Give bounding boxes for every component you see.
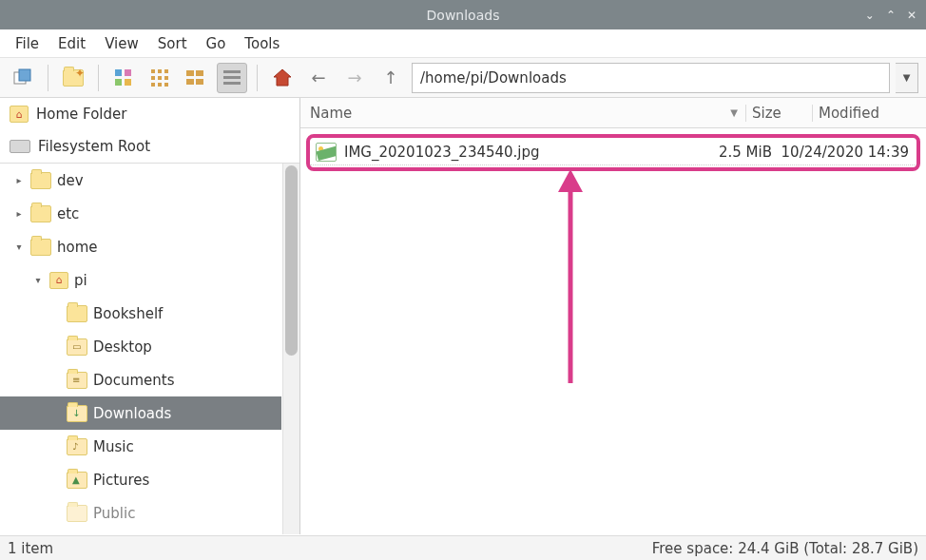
view-compact-button[interactable] [145, 63, 175, 93]
svg-rect-10 [158, 76, 162, 80]
tree-node-documents[interactable]: ≡ Documents [0, 363, 281, 396]
details-view-icon [221, 67, 243, 89]
home-folder-icon: ⌂ [49, 272, 68, 289]
menu-sort[interactable]: Sort [150, 31, 195, 56]
desktop-folder-icon: ▭ [67, 338, 87, 356]
window-title: Downloads [427, 8, 500, 23]
menu-go[interactable]: Go [199, 31, 234, 56]
column-label: Size [752, 105, 781, 122]
music-folder-icon: ♪ [67, 438, 87, 455]
svg-rect-21 [223, 82, 241, 85]
drive-icon [10, 140, 30, 153]
tree-node-downloads[interactable]: ↓ Downloads [0, 396, 281, 430]
go-home-button[interactable] [267, 63, 298, 93]
expander-icon[interactable]: ▾ [32, 275, 44, 285]
svg-rect-18 [196, 79, 203, 85]
expander-icon[interactable]: ▾ [13, 241, 25, 252]
svg-rect-14 [164, 83, 168, 87]
file-name: IMG_20201023_234540.jpg [344, 144, 540, 161]
nav-back-button[interactable]: ← [303, 63, 334, 93]
view-icons-button[interactable] [108, 63, 139, 93]
svg-rect-17 [186, 79, 194, 85]
column-label: Modified [819, 105, 879, 122]
tree-node-public[interactable]: Public [0, 496, 281, 530]
tree-node-bookshelf[interactable]: Bookshelf [0, 297, 281, 330]
column-name[interactable]: Name ▼ [300, 105, 745, 122]
tree-label: Documents [93, 372, 175, 389]
expander-icon[interactable]: ▸ [13, 175, 25, 185]
svg-rect-3 [125, 69, 131, 76]
content-area: ⌂ Home Folder Filesystem Root ▸ dev ▸ et… [0, 98, 926, 534]
minimize-button[interactable]: ⌄ [865, 9, 875, 22]
view-details-button[interactable] [217, 63, 247, 93]
place-home-folder[interactable]: ⌂ Home Folder [0, 98, 299, 130]
file-size: 2.5 MiB [717, 144, 778, 161]
public-folder-icon [67, 505, 87, 522]
menu-edit[interactable]: Edit [50, 31, 93, 56]
maximize-button[interactable]: ⌃ [886, 9, 896, 22]
menu-file[interactable]: File [8, 31, 47, 56]
places-pane: ⌂ Home Folder Filesystem Root [0, 98, 299, 164]
tree-node-dev[interactable]: ▸ dev [0, 164, 281, 197]
nav-forward-button[interactable]: → [339, 63, 370, 93]
menu-tools[interactable]: Tools [237, 31, 287, 56]
tree-label: etc [57, 205, 79, 222]
sidebar: ⌂ Home Folder Filesystem Root ▸ dev ▸ et… [0, 98, 300, 534]
separator [257, 65, 258, 91]
svg-rect-16 [196, 70, 203, 76]
expander-icon[interactable]: ▸ [13, 208, 25, 219]
column-modified[interactable]: Modified [812, 105, 926, 122]
tree-label: dev [57, 172, 84, 189]
folder-icon [30, 239, 51, 256]
icons-view-icon [112, 67, 135, 89]
home-folder-icon: ⌂ [10, 106, 29, 123]
tree-scrollbar[interactable] [282, 164, 299, 534]
folder-icon: ✦ [63, 69, 84, 87]
svg-rect-2 [115, 69, 122, 76]
separator [98, 65, 99, 91]
file-row[interactable]: IMG_20201023_234540.jpg 2.5 MiB 10/24/20… [310, 140, 916, 165]
address-history-dropdown[interactable]: ▼ [896, 63, 918, 93]
svg-rect-19 [223, 70, 241, 73]
svg-rect-4 [115, 79, 122, 86]
view-thumbnails-button[interactable] [181, 63, 211, 93]
nav-up-button[interactable]: ↑ [376, 63, 406, 93]
close-button[interactable]: ✕ [907, 9, 916, 22]
svg-rect-1 [19, 69, 30, 81]
scrollbar-thumb[interactable] [285, 165, 298, 356]
tree-node-desktop[interactable]: ▭ Desktop [0, 330, 281, 363]
arrow-up-icon: ↑ [383, 68, 397, 87]
menu-view[interactable]: View [97, 31, 146, 56]
svg-rect-15 [186, 70, 194, 76]
menubar: File Edit View Sort Go Tools [0, 29, 926, 58]
place-label: Filesystem Root [38, 138, 150, 155]
svg-rect-20 [223, 76, 241, 79]
statusbar: 1 item Free space: 24.4 GiB (Total: 28.7… [0, 535, 926, 560]
tree-label: Music [93, 438, 134, 455]
arrow-right-icon: → [347, 68, 361, 87]
tree-node-pictures[interactable]: ▲ Pictures [0, 463, 281, 496]
svg-rect-7 [158, 69, 162, 73]
tree-node-home[interactable]: ▾ home [0, 230, 281, 263]
tree-node-etc[interactable]: ▸ etc [0, 197, 281, 230]
new-folder-button[interactable]: ✦ [58, 63, 88, 93]
arrow-left-icon: ← [311, 68, 325, 87]
tree-label: Pictures [93, 472, 149, 489]
tree-node-music[interactable]: ♪ Music [0, 430, 281, 463]
column-label: Name [310, 105, 352, 122]
svg-rect-12 [151, 83, 155, 87]
folder-icon [67, 305, 87, 322]
new-tab-button[interactable] [8, 63, 38, 93]
annotation-highlight: IMG_20201023_234540.jpg 2.5 MiB 10/24/20… [306, 134, 920, 171]
tree-node-pi[interactable]: ▾ ⌂ pi [0, 263, 281, 297]
place-filesystem-root[interactable]: Filesystem Root [0, 130, 299, 163]
column-size[interactable]: Size [745, 105, 812, 122]
image-file-icon [316, 143, 337, 162]
tree-label: Desktop [93, 338, 152, 356]
column-headers: Name ▼ Size Modified [300, 98, 926, 128]
tree-label: Bookshelf [93, 305, 163, 322]
file-list-pane: Name ▼ Size Modified IMG_20201023_234540… [300, 98, 926, 534]
pictures-folder-icon: ▲ [67, 472, 87, 489]
tree-label: Public [93, 505, 135, 522]
address-bar[interactable]: /home/pi/Downloads [412, 63, 890, 93]
